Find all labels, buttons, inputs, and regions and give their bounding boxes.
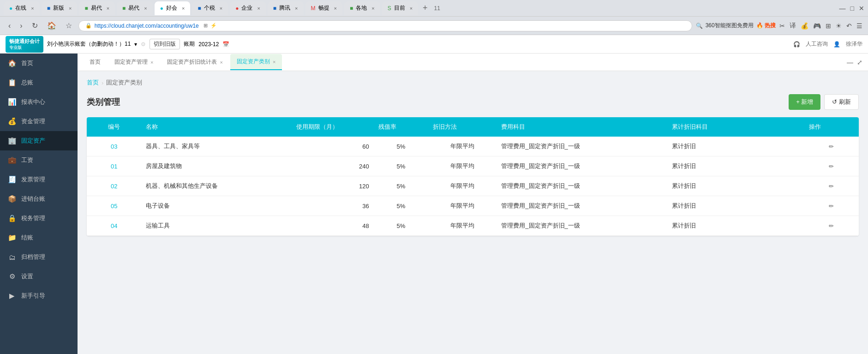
tab-close-10[interactable]: × [410, 6, 413, 11]
history-icon[interactable]: ↶ [846, 22, 852, 30]
browser-tab-10[interactable]: S 目前 × [382, 1, 418, 15]
tab-icon-3: ■ [122, 5, 126, 12]
breadcrumb-home[interactable]: 首页 [87, 78, 99, 87]
sidebar-item-inventory[interactable]: 📦 进销台账 [0, 189, 78, 209]
browser-tab-1[interactable]: ■ 新版 × [42, 1, 78, 15]
content-tab-depreciation-label: 固定资产折旧统计表 [167, 58, 217, 66]
content-tab-category[interactable]: 固定资产类别 × [230, 54, 282, 70]
close-window-icon[interactable]: ✕ [859, 5, 864, 12]
sidebar-item-reports[interactable]: 📊 报表中心 [0, 92, 78, 112]
tab-close-1[interactable]: × [69, 6, 72, 11]
tab-close-9[interactable]: × [371, 6, 374, 11]
new-tab-button[interactable]: + [420, 3, 431, 13]
refresh-button[interactable]: ↺ 刷新 [824, 94, 859, 110]
cell-rate-3: 5% [374, 196, 428, 216]
forward-button[interactable]: › [17, 20, 25, 32]
tab-close-2[interactable]: × [107, 6, 109, 11]
sidebar-item-home[interactable]: 🏠 首页 [0, 54, 78, 73]
sidebar-item-settings[interactable]: ⚙ 设置 [0, 267, 78, 286]
archive-icon: 🗂 [7, 253, 17, 261]
sidebar-item-payroll[interactable]: 💼 工资 [0, 150, 78, 170]
tab-icon-1: ■ [47, 5, 50, 12]
calendar-icon[interactable]: 📅 [222, 41, 229, 48]
content-tab-assets[interactable]: 固定资产管理 × [108, 54, 160, 70]
browser-tab-4[interactable]: ● 好会 × [155, 1, 191, 15]
sidebar-item-closing[interactable]: 📁 结账 [0, 228, 78, 247]
content-tab-category-close[interactable]: × [273, 59, 275, 65]
back-button[interactable]: ‹ [6, 20, 13, 32]
home-button[interactable]: 🏠 [44, 19, 59, 32]
sidebar-item-invoice[interactable]: 🧾 发票管理 [0, 170, 78, 189]
tab-icon-0: ● [9, 5, 12, 12]
content-area: 首页 固定资产管理 × 固定资产折旧统计表 × 固定资产类别 × — ⤢ [78, 54, 868, 354]
cell-action-0[interactable]: ✏ [804, 137, 859, 156]
scissors-icon[interactable]: ✂ [779, 22, 785, 30]
sidebar-item-tax[interactable]: 🔒 税务管理 [0, 209, 78, 228]
grid-icon[interactable]: ⊞ [826, 22, 831, 30]
add-button[interactable]: + 新增 [789, 94, 820, 110]
cell-code-0: 03 [87, 137, 141, 156]
wallet-icon[interactable]: 💰 [801, 22, 808, 30]
finance-icon: 💰 [7, 117, 17, 126]
url-bar[interactable]: 🔒 https://cloud.chanjet.com/accounting/u… [78, 20, 692, 31]
col-header-expense: 费用科目 [497, 117, 667, 137]
cell-action-4[interactable]: ✏ [804, 216, 859, 236]
tab-label-6: 企业 [241, 4, 252, 12]
content-tab-assets-close[interactable]: × [150, 60, 153, 65]
browser-tab-0[interactable]: ● 在线 × [4, 1, 40, 15]
tab-close-5[interactable]: × [220, 6, 222, 11]
switch-version-button[interactable]: 切到旧版 [150, 39, 180, 49]
browser-tab-6[interactable]: ● 企业 × [230, 1, 266, 15]
window-maximize-icon[interactable]: ⤢ [857, 59, 862, 66]
sidebar-item-ledger[interactable]: 📋 总账 [0, 73, 78, 92]
tab-close-6[interactable]: × [257, 6, 260, 11]
search-bar[interactable]: 🔍 360智能抠图免费用 🔥 热搜 [696, 22, 776, 30]
edit-icon-2[interactable]: ✏ [829, 183, 834, 190]
edit-icon-1[interactable]: ✏ [829, 163, 834, 170]
cell-action-2[interactable]: ✏ [804, 176, 859, 196]
sidebar-label-fixed-assets: 固定资产 [21, 137, 45, 145]
tab-close-4[interactable]: × [182, 6, 185, 11]
browser-tab-2[interactable]: ■ 易代 × [79, 1, 115, 15]
game-icon[interactable]: 🎮 [813, 22, 821, 30]
sidebar-item-guide[interactable]: ▶ 新手引导 [0, 286, 78, 306]
edit-icon-3[interactable]: ✏ [829, 203, 834, 210]
cell-rate-0: 5% [374, 137, 428, 156]
cell-name-4: 运输工具 [141, 216, 292, 236]
maximize-icon[interactable]: □ [850, 5, 854, 12]
tab-label-3: 易代 [128, 4, 139, 12]
browser-tab-9[interactable]: ■ 各地 × [344, 1, 380, 15]
content-tab-depreciation[interactable]: 固定资产折旧统计表 × [161, 54, 229, 70]
menu-icon[interactable]: ☰ [856, 22, 862, 30]
content-tab-depreciation-close[interactable]: × [220, 60, 222, 65]
tab-close-8[interactable]: × [334, 6, 337, 11]
browser-tab-8[interactable]: M 畅提 × [305, 1, 342, 15]
browser-tab-3[interactable]: ■ 易代 × [117, 1, 153, 15]
dropdown-icon[interactable]: ▾ [134, 41, 137, 48]
tab-close-0[interactable]: × [31, 6, 34, 11]
service-label[interactable]: 人工咨询 [806, 40, 828, 48]
window-minimize-icon[interactable]: — [847, 59, 853, 66]
settings-icon[interactable]: ⚙ [141, 41, 146, 48]
translate-icon[interactable]: 译 [790, 22, 796, 30]
address-bar: ‹ › ↻ 🏠 ☆ 🔒 https://cloud.chanjet.com/ac… [0, 17, 868, 35]
sidebar-label-inventory: 进销台账 [21, 195, 45, 203]
edit-icon-4[interactable]: ✏ [829, 222, 834, 229]
cell-action-3[interactable]: ✏ [804, 196, 859, 216]
tab-icon-5: ■ [198, 5, 201, 12]
reload-button[interactable]: ↻ [29, 19, 41, 32]
content-tab-home[interactable]: 首页 [83, 54, 107, 70]
sidebar-item-archive[interactable]: 🗂 归档管理 [0, 247, 78, 267]
tab-close-3[interactable]: × [144, 6, 147, 11]
sidebar-item-fixed-assets[interactable]: 🏢 固定资产 [0, 131, 78, 150]
edit-icon-0[interactable]: ✏ [829, 143, 834, 150]
tab-close-7[interactable]: × [295, 6, 298, 11]
cell-code-2: 02 [87, 176, 141, 196]
browser-tab-7[interactable]: ■ 腾讯 × [268, 1, 304, 15]
theme-icon[interactable]: ☀ [836, 22, 842, 30]
sidebar-item-finance[interactable]: 💰 资金管理 [0, 112, 78, 131]
browser-tab-5[interactable]: ■ 个税 × [192, 1, 228, 15]
bookmark-button[interactable]: ☆ [63, 19, 75, 32]
cell-action-1[interactable]: ✏ [804, 156, 859, 176]
minimize-icon[interactable]: — [839, 5, 846, 12]
